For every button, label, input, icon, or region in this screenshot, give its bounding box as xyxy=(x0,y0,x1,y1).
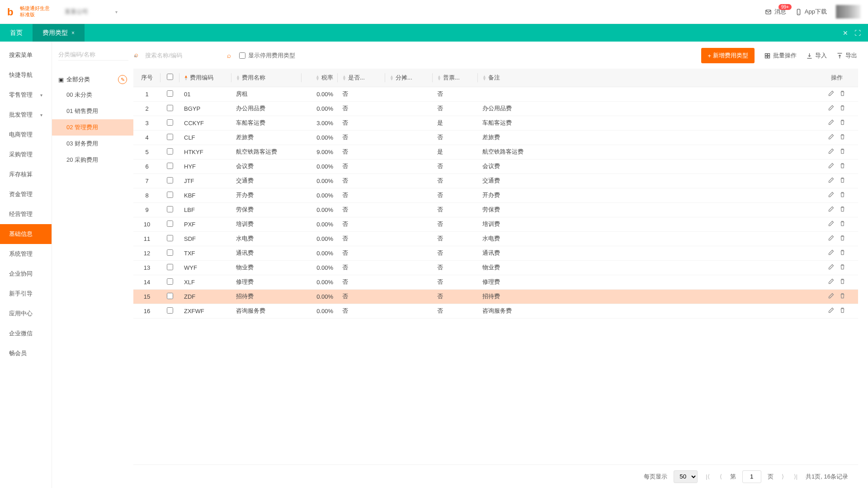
sidebar-item-企业协同[interactable]: 企业协同 xyxy=(0,264,52,284)
delete-icon[interactable] xyxy=(839,263,846,272)
row-checkbox[interactable] xyxy=(167,192,173,198)
row-checkbox[interactable] xyxy=(167,235,173,241)
col-checkbox[interactable] xyxy=(160,69,179,87)
edit-icon[interactable] xyxy=(828,278,835,286)
col-bool2[interactable]: ▲▼分摊... xyxy=(385,69,433,87)
show-disabled-checkbox[interactable]: 显示停用费用类型 xyxy=(239,52,295,60)
delete-icon[interactable] xyxy=(839,148,846,156)
col-name[interactable]: ▲▼费用名称 xyxy=(231,69,302,87)
table-row[interactable]: 7JTF交通费0.00%否否交通费 xyxy=(133,174,858,188)
col-note[interactable]: ▲▼备注 xyxy=(478,69,815,87)
name-search[interactable]: ⌕ xyxy=(145,52,231,60)
table-row[interactable]: 2BGYP办公用品费0.00%否否办公用品费 xyxy=(133,101,858,116)
select-all-checkbox[interactable] xyxy=(167,74,173,80)
table-row[interactable]: 3CCKYF车船客运费3.00%否是车船客运费 xyxy=(133,116,858,130)
row-checkbox[interactable] xyxy=(167,119,173,126)
delete-icon[interactable] xyxy=(839,162,846,170)
table-row[interactable]: 5HTKYF航空铁路客运费9.00%否是航空铁路客运费 xyxy=(133,145,858,159)
col-seq[interactable]: 序号 xyxy=(133,69,160,87)
col-code[interactable]: ▲▼费用编码 xyxy=(179,69,231,87)
chevron-down-icon[interactable]: ▾ xyxy=(115,9,118,14)
delete-icon[interactable] xyxy=(839,104,846,113)
row-checkbox[interactable] xyxy=(167,206,173,212)
table-row[interactable]: 8KBF开办费0.00%否否开办费 xyxy=(133,188,858,202)
row-checkbox[interactable] xyxy=(167,105,173,111)
sidebar-item-采购管理[interactable]: 采购管理 xyxy=(0,145,52,164)
table-row[interactable]: 4CLF差旅费0.00%否否差旅费 xyxy=(133,130,858,145)
row-checkbox[interactable] xyxy=(167,163,173,169)
edit-icon[interactable] xyxy=(828,235,835,243)
row-checkbox[interactable] xyxy=(167,177,173,183)
edit-icon[interactable] xyxy=(828,191,835,199)
delete-icon[interactable] xyxy=(839,235,846,243)
category-search-input[interactable] xyxy=(58,51,134,58)
delete-icon[interactable] xyxy=(839,278,846,286)
sidebar-item-畅会员[interactable]: 畅会员 xyxy=(0,343,52,363)
app-download-button[interactable]: App下载 xyxy=(795,8,827,16)
sidebar-item-系统管理[interactable]: 系统管理 xyxy=(0,244,52,264)
row-checkbox[interactable] xyxy=(167,264,173,270)
search-icon[interactable]: ⌕ xyxy=(227,52,231,59)
tree-item[interactable]: 20 采购费用 xyxy=(52,152,133,168)
sidebar-item-资金管理[interactable]: 资金管理 xyxy=(0,184,52,204)
fullscreen-icon[interactable]: ⛶ xyxy=(854,29,861,37)
avatar[interactable] xyxy=(836,5,861,19)
tree-item[interactable]: 03 财务费用 xyxy=(52,136,133,152)
table-row[interactable]: 11SDF水电费0.00%否否水电费 xyxy=(133,231,858,246)
delete-icon[interactable] xyxy=(839,191,846,199)
table-row[interactable]: 101房租0.00%否否 xyxy=(133,87,858,101)
edit-icon[interactable] xyxy=(828,133,835,141)
delete-icon[interactable] xyxy=(839,206,846,214)
table-row[interactable]: 12TXF通讯费0.00%否否通讯费 xyxy=(133,246,858,260)
row-checkbox[interactable] xyxy=(167,134,173,140)
sidebar-item-批发管理[interactable]: 批发管理▾ xyxy=(0,105,52,125)
first-page-icon[interactable]: |⟨ xyxy=(704,473,711,480)
table-row[interactable]: 10PXF培训费0.00%否否培训费 xyxy=(133,217,858,231)
delete-icon[interactable] xyxy=(839,220,846,228)
company-selector[interactable]: 某某公司 xyxy=(65,8,88,16)
delete-icon[interactable] xyxy=(839,307,846,315)
edit-icon[interactable] xyxy=(828,162,835,170)
row-checkbox[interactable] xyxy=(167,249,173,256)
delete-icon[interactable] xyxy=(839,177,846,185)
delete-icon[interactable] xyxy=(839,292,846,300)
edit-icon[interactable] xyxy=(828,177,835,185)
per-page-select[interactable]: 50 xyxy=(674,470,698,483)
table-row[interactable]: 14XLF修理费0.00%否否修理费 xyxy=(133,275,858,289)
sidebar-item-企业微信[interactable]: 企业微信 xyxy=(0,324,52,343)
tree-item[interactable]: 02 管理费用 xyxy=(52,119,133,136)
sidebar-item-搜索菜单[interactable]: 搜索菜单 xyxy=(0,45,52,65)
row-checkbox[interactable] xyxy=(167,278,173,285)
col-bool1[interactable]: ▲▼是否... xyxy=(338,69,385,87)
name-search-input[interactable] xyxy=(145,52,227,59)
export-button[interactable]: 导出 xyxy=(836,52,857,60)
tree-item[interactable]: 00 未分类 xyxy=(52,87,133,103)
table-row[interactable]: 13WYF物业费0.00%否否物业费 xyxy=(133,260,858,275)
delete-icon[interactable] xyxy=(839,133,846,141)
sidebar-item-经营管理[interactable]: 经营管理 xyxy=(0,204,52,224)
show-disabled-input[interactable] xyxy=(239,52,245,59)
edit-icon[interactable] xyxy=(828,292,835,300)
delete-icon[interactable] xyxy=(839,119,846,127)
edit-tree-icon[interactable]: ✎ xyxy=(118,75,127,84)
delete-icon[interactable] xyxy=(839,90,846,98)
tree-root[interactable]: ▣ 全部分类 ✎ xyxy=(52,72,133,87)
prev-page-icon[interactable]: ⟨ xyxy=(718,473,724,480)
sidebar-item-快捷导航[interactable]: 快捷导航 xyxy=(0,65,52,85)
tab-首页[interactable]: 首页 xyxy=(0,24,33,42)
import-button[interactable]: 导入 xyxy=(806,52,827,60)
edit-icon[interactable] xyxy=(828,263,835,272)
table-row[interactable]: 6HYF会议费0.00%否否会议费 xyxy=(133,159,858,174)
messages-button[interactable]: 消息 99+ xyxy=(765,8,786,16)
table-row[interactable]: 15ZDF招待费0.00%否否招待费 xyxy=(133,289,858,304)
sidebar-item-库存核算[interactable]: 库存核算 xyxy=(0,164,52,184)
edit-icon[interactable] xyxy=(828,104,835,113)
col-bool3[interactable]: ▲▼普票... xyxy=(433,69,478,87)
edit-icon[interactable] xyxy=(828,90,835,98)
sidebar-item-零售管理[interactable]: 零售管理▾ xyxy=(0,85,52,105)
category-search[interactable]: ⌕ xyxy=(58,51,128,61)
tree-item[interactable]: 01 销售费用 xyxy=(52,103,133,119)
sidebar-item-应用中心[interactable]: 应用中心 xyxy=(0,304,52,324)
delete-icon[interactable] xyxy=(839,249,846,257)
batch-actions-button[interactable]: 批量操作 xyxy=(764,52,797,60)
